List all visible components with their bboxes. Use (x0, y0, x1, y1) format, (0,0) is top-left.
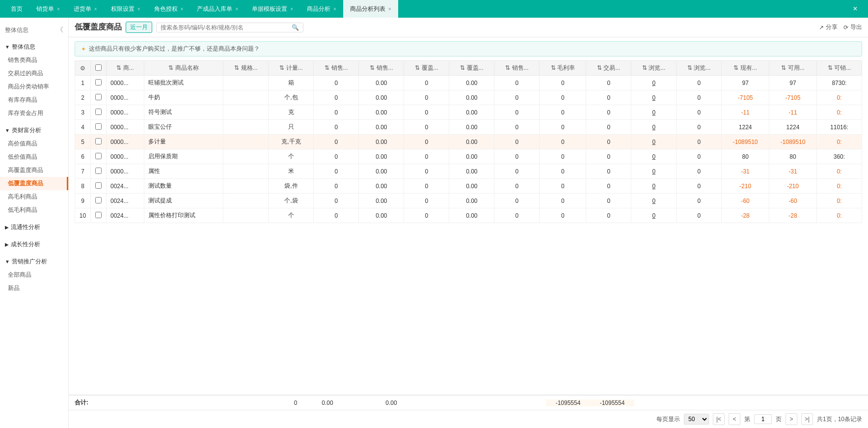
row-browse1[interactable]: 0 (631, 90, 677, 105)
row-select-checkbox[interactable] (95, 153, 102, 159)
sort-icon[interactable]: ⇅ (325, 64, 329, 71)
sort-icon[interactable]: ⇅ (687, 64, 692, 71)
sort-icon[interactable]: ⇅ (642, 64, 647, 71)
nav-doc-template[interactable]: 单据模板设置 × (245, 0, 300, 18)
sort-icon[interactable]: ⇅ (828, 64, 833, 71)
sidebar-item-high-coverage[interactable]: 高覆盖度商品 (0, 164, 68, 177)
row-checkbox[interactable] (91, 179, 107, 194)
sort-icon[interactable]: ⇅ (781, 64, 786, 71)
row-checkbox[interactable] (91, 135, 107, 149)
row-checkbox[interactable] (91, 120, 107, 135)
row-checkbox[interactable] (91, 194, 107, 208)
sidebar-item-new-products[interactable]: 新品 (0, 282, 68, 295)
sidebar-item-category-turnover[interactable]: 商品分类动销率 (0, 80, 68, 93)
row-checkbox[interactable] (91, 149, 107, 164)
sort-icon[interactable]: ⇅ (551, 64, 556, 71)
window-close-button[interactable]: × (846, 0, 864, 18)
share-button[interactable]: ↗ 分享 (819, 23, 838, 31)
nav-product-analysis-list[interactable]: 商品分析列表 × (343, 0, 398, 18)
close-icon[interactable]: × (57, 6, 60, 12)
nav-sales-order[interactable]: 销货单 × (29, 0, 67, 18)
row-browse1[interactable]: 0 (631, 149, 677, 164)
export-button[interactable]: ⟳ 导出 (843, 23, 862, 31)
sidebar-group-title-wealth[interactable]: ▼ 类财富分析 (0, 124, 68, 137)
close-icon[interactable]: × (388, 6, 391, 12)
row-checkbox[interactable] (91, 90, 107, 105)
sort-icon[interactable]: ⇅ (370, 64, 375, 71)
row-select-checkbox[interactable] (95, 138, 102, 144)
page-number-input[interactable] (754, 414, 772, 424)
close-icon[interactable]: × (94, 6, 97, 12)
nav-purchase-order[interactable]: 进货单 × (67, 0, 104, 18)
select-all-checkbox[interactable] (95, 64, 102, 71)
row-select-checkbox[interactable] (95, 182, 102, 189)
first-page-button[interactable]: |< (713, 413, 725, 425)
sort-icon[interactable]: ⇅ (116, 64, 121, 71)
row-checkbox[interactable] (91, 164, 107, 179)
row-select-checkbox[interactable] (95, 109, 102, 115)
sidebar-item-high-margin[interactable]: 高毛利商品 (0, 190, 68, 203)
checkbox-column-header[interactable] (91, 61, 107, 76)
sort-icon[interactable]: ⇅ (597, 64, 602, 71)
sort-icon[interactable]: ⇅ (505, 64, 510, 71)
sidebar-group-title-overall[interactable]: ▼ 整体信息 (0, 40, 68, 54)
row-browse1[interactable]: 0 (631, 164, 677, 179)
search-input[interactable] (161, 24, 292, 31)
sort-icon[interactable]: ⇅ (168, 64, 173, 71)
sidebar-item-low-margin[interactable]: 低毛利商品 (0, 203, 68, 217)
settings-column-header[interactable]: ⚙ (75, 61, 91, 76)
row-browse1[interactable]: 0 (631, 120, 677, 135)
sort-icon[interactable]: ⇅ (415, 64, 420, 71)
row-select-checkbox[interactable] (95, 168, 102, 174)
close-icon[interactable]: × (137, 6, 140, 12)
row-checkbox[interactable] (91, 76, 107, 90)
row-browse1[interactable]: 0 (631, 135, 677, 149)
row-gross-margin: 0 (540, 105, 586, 120)
filter-recent-month-button[interactable]: 近一月 (126, 22, 152, 33)
nav-product-analysis[interactable]: 商品分析 × (300, 0, 343, 18)
sidebar-item-traded-products[interactable]: 交易过的商品 (0, 67, 68, 80)
row-browse1[interactable]: 0 (631, 76, 677, 90)
row-browse1[interactable]: 0 (631, 194, 677, 208)
sidebar-item-all-products[interactable]: 全部商品 (0, 268, 68, 282)
row-checkbox[interactable] (91, 105, 107, 120)
close-icon[interactable]: × (235, 6, 238, 12)
sidebar-item-low-value[interactable]: 低价值商品 (0, 150, 68, 164)
nav-permission-settings[interactable]: 权限设置 × (104, 0, 147, 18)
last-page-button[interactable]: >| (801, 413, 813, 425)
row-browse1[interactable]: 0 (631, 105, 677, 120)
sidebar-item-high-value[interactable]: 高价值商品 (0, 137, 68, 150)
row-select-checkbox[interactable] (95, 212, 102, 218)
sidebar-group-title-marketing[interactable]: ▼ 营销推广分析 (0, 255, 68, 268)
close-icon[interactable]: × (181, 6, 184, 12)
nav-role-auth[interactable]: 角色授权 × (147, 0, 190, 18)
sidebar-item-sales-products[interactable]: 销售类商品 (0, 54, 68, 67)
nav-home[interactable]: 首页 (4, 0, 29, 18)
next-page-button[interactable]: > (786, 413, 797, 425)
prev-page-button[interactable]: < (729, 413, 740, 425)
sidebar-group-title-liquidity[interactable]: ▶ 流通性分析 (0, 221, 68, 234)
sort-icon[interactable]: ⇅ (460, 64, 465, 71)
search-icon[interactable]: 🔍 (292, 24, 299, 31)
sort-icon[interactable]: ⇅ (234, 64, 239, 71)
sidebar-collapse-button[interactable]: 《 (56, 26, 63, 34)
settings-icon[interactable]: ⚙ (80, 65, 85, 72)
sort-icon[interactable]: ⇅ (279, 64, 284, 71)
nav-product-entry[interactable]: 产成品入库单 × (190, 0, 245, 18)
row-browse1[interactable]: 0 (631, 179, 677, 194)
close-icon[interactable]: × (333, 6, 336, 12)
row-select-checkbox[interactable] (95, 94, 102, 100)
row-browse1[interactable]: 0 (631, 208, 677, 223)
sort-icon[interactable]: ⇅ (733, 64, 738, 71)
row-coverage1: 0 (404, 208, 449, 223)
sidebar-item-low-coverage[interactable]: 低覆盖度商品 (0, 177, 68, 190)
sidebar-item-stocked-products[interactable]: 有库存商品 (0, 93, 68, 107)
sidebar-item-capital-occupation[interactable]: 库存资金占用 (0, 107, 68, 120)
sidebar-group-title-growth[interactable]: ▶ 成长性分析 (0, 238, 68, 251)
row-select-checkbox[interactable] (95, 197, 102, 203)
row-checkbox[interactable] (91, 208, 107, 223)
close-icon[interactable]: × (290, 6, 293, 12)
row-select-checkbox[interactable] (95, 123, 102, 130)
row-select-checkbox[interactable] (95, 79, 102, 86)
page-size-select[interactable]: 50 100 200 (684, 414, 709, 425)
